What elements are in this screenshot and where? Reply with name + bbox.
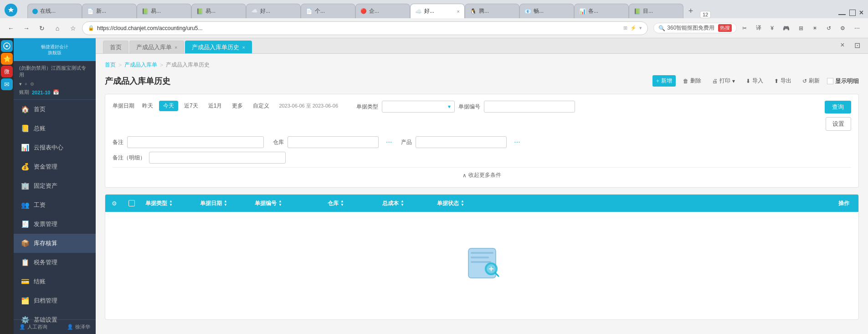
th-warehouse[interactable]: 仓库 ▲▼: [322, 200, 377, 207]
grid-tool[interactable]: ⊞: [795, 24, 807, 33]
tab-1[interactable]: 在线...: [27, 4, 82, 18]
today-btn[interactable]: 今天: [159, 101, 178, 111]
app-icon-orange[interactable]: ⭐: [1, 53, 13, 65]
type-select[interactable]: ▾: [382, 101, 455, 113]
7days-btn[interactable]: 近7天: [180, 101, 202, 111]
th-cost[interactable]: 总成本 ▲▼: [377, 200, 431, 207]
tab-close-8[interactable]: ×: [457, 9, 460, 14]
warehouse-input[interactable]: [288, 136, 379, 148]
app-icon-weibo[interactable]: 微: [1, 66, 13, 77]
bookmark-button[interactable]: ☆: [67, 22, 79, 35]
th-type[interactable]: 单据类型 ▲▼: [140, 200, 195, 207]
more-tool[interactable]: ⋯: [851, 24, 863, 33]
remark-detail-input[interactable]: [149, 152, 286, 164]
settings-filter-button[interactable]: 设置: [826, 117, 851, 131]
settings-tool[interactable]: ⚙: [837, 24, 849, 33]
nav-icon-checkout: 💳: [21, 277, 29, 286]
nav-item-home[interactable]: 🏠 首页: [14, 100, 96, 119]
light-tool[interactable]: ☀: [809, 24, 821, 33]
yesterday-btn[interactable]: 昨天: [138, 101, 157, 111]
tab-11[interactable]: 📊 各...: [574, 4, 629, 18]
tab-10[interactable]: 📧 畅...: [519, 4, 574, 18]
page-tab-history[interactable]: 产成品入库单历史 ×: [185, 41, 252, 53]
more-btn[interactable]: 更多: [228, 101, 247, 111]
add-company-btn[interactable]: +: [25, 82, 27, 87]
translate-tool[interactable]: 译: [752, 23, 765, 33]
calendar-icon[interactable]: 📅: [53, 89, 59, 95]
show-detail-toggle[interactable]: 显示明细: [827, 77, 859, 85]
page-tab-history-close[interactable]: ×: [242, 45, 245, 50]
detail-checkbox[interactable]: [827, 78, 833, 84]
th-status[interactable]: 单据状态 ▲▼: [431, 200, 486, 207]
panel-close-button[interactable]: ×: [836, 39, 849, 51]
add-button[interactable]: + 新增: [652, 75, 676, 87]
user-consult[interactable]: 👤 人工咨询: [19, 324, 47, 330]
tab-count[interactable]: 12: [700, 11, 711, 18]
export-button[interactable]: ⬆ 导出: [770, 75, 795, 87]
page-tab-list[interactable]: 产成品入库单 ×: [129, 41, 184, 53]
th-num[interactable]: 单据编号 ▲▼: [249, 200, 322, 207]
print-button[interactable]: 🖨 打印 ▾: [709, 75, 739, 87]
app-icon-mail[interactable]: ✉: [1, 78, 13, 90]
nav-item-archive[interactable]: 🗂️ 归档管理: [14, 291, 96, 310]
minimize-button[interactable]: [838, 14, 846, 15]
refresh-button[interactable]: ↺ 刷新: [799, 75, 823, 87]
page-tab-list-label: 产成品入库单: [136, 43, 172, 51]
breadcrumb-home[interactable]: 首页: [105, 61, 116, 69]
game-tool[interactable]: 🎮: [779, 24, 793, 33]
th-date[interactable]: 单据日期 ▲▼: [195, 200, 249, 207]
product-input[interactable]: [416, 136, 507, 148]
back-button[interactable]: ←: [5, 22, 17, 35]
import-button[interactable]: ⬇ 导入: [742, 75, 767, 87]
tab-4[interactable]: 📗 易...: [191, 4, 246, 18]
1month-btn[interactable]: 近1月: [204, 101, 226, 111]
app-sidebar: ⭐ 微 ✉: [0, 38, 14, 334]
address-field[interactable]: 🔒 https://cloud.chanjet.com/accounting/u…: [82, 21, 648, 35]
warehouse-dots[interactable]: ···: [386, 138, 392, 146]
remark-input[interactable]: [127, 136, 264, 148]
tab-7[interactable]: 🔴 企...: [355, 4, 410, 18]
nav-item-ledger[interactable]: 📒 总账: [14, 119, 96, 138]
home-button[interactable]: ⌂: [51, 22, 64, 35]
tab-8[interactable]: ☁️ 好... ×: [410, 4, 465, 18]
new-tab-button[interactable]: +: [683, 4, 698, 18]
refresh-button[interactable]: ↻: [36, 22, 48, 35]
num-input[interactable]: [484, 101, 575, 113]
nav-item-tax[interactable]: 📋 税务管理: [14, 253, 96, 272]
company-settings[interactable]: ⚙: [30, 82, 34, 87]
tab-5[interactable]: ☁️ 好...: [246, 4, 301, 18]
nav-item-funds[interactable]: 💰 资金管理: [14, 157, 96, 176]
maximize-button[interactable]: [849, 10, 856, 16]
company-selector-nav[interactable]: (勿删勿禁用）江西服宝测试专用: [19, 65, 90, 78]
panel-expand-button[interactable]: ⊡: [851, 39, 863, 51]
nav-item-assets[interactable]: 🏢 固定资产: [14, 176, 96, 195]
table-settings-btn[interactable]: ⚙: [105, 200, 123, 207]
custom-btn[interactable]: 自定义: [249, 101, 273, 111]
close-button[interactable]: ×: [859, 9, 863, 16]
tab-6[interactable]: 📄 个...: [301, 4, 355, 18]
yuan-tool[interactable]: ¥: [767, 24, 777, 33]
forward-button[interactable]: →: [20, 22, 33, 35]
back-tool[interactable]: ↺: [823, 24, 835, 33]
query-button[interactable]: 查询: [825, 101, 851, 113]
page-tab-home[interactable]: 首页: [103, 41, 128, 53]
scissors-tool[interactable]: ✂: [739, 24, 750, 33]
tab-2[interactable]: 📄 新...: [82, 4, 137, 18]
app-icon-chanjet[interactable]: [1, 40, 13, 52]
tab-3[interactable]: 📗 易...: [137, 4, 191, 18]
nav-item-payroll[interactable]: 👥 工资: [14, 195, 96, 215]
select-all-checkbox[interactable]: [128, 200, 135, 206]
nav-item-reports[interactable]: 📊 云报表中心: [14, 138, 96, 157]
search-bar[interactable]: 🔍 360智能抠图免费用 热搜: [653, 23, 737, 33]
collapse-btn[interactable]: ∧ 收起更多条件: [113, 167, 851, 181]
tab-12[interactable]: 📗 目...: [629, 4, 683, 18]
product-dots[interactable]: ···: [514, 138, 520, 146]
nav-item-invoice[interactable]: 🧾 发票管理: [14, 215, 96, 234]
tab-9[interactable]: 🐧 腾...: [465, 4, 519, 18]
page-tab-list-close[interactable]: ×: [175, 45, 177, 50]
nav-item-inventory[interactable]: 📦 库存核算: [14, 234, 96, 253]
nav-item-checkout[interactable]: 💳 结账: [14, 272, 96, 291]
delete-button[interactable]: 🗑 删除: [679, 75, 705, 87]
table-select-all[interactable]: [123, 200, 140, 206]
breadcrumb-list[interactable]: 产成品入库单: [124, 61, 157, 69]
